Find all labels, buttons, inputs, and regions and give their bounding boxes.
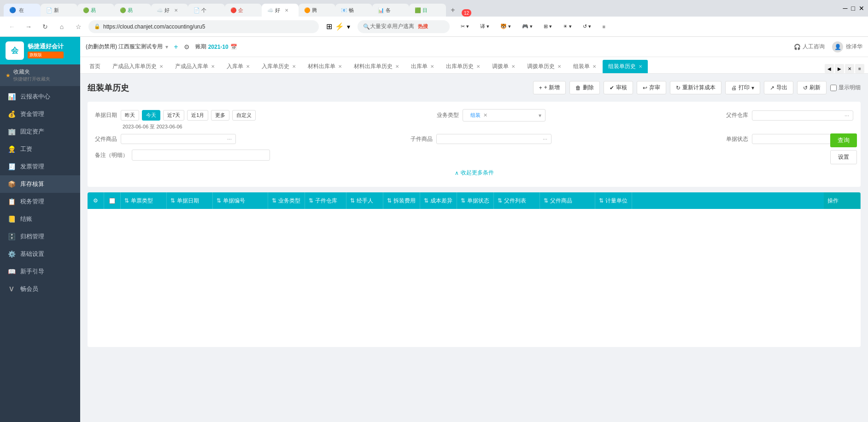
tab-close-5[interactable]: ✕ — [174, 8, 178, 13]
table-col-no[interactable]: ⇅ 单据编号 — [213, 192, 268, 209]
biz-type-dropdown[interactable]: ▾ — [539, 112, 541, 119]
tab-material-out[interactable]: 材料出库单 ✕ — [302, 60, 347, 73]
tab-transfer-history[interactable]: 调拨单历史 ✕ — [522, 60, 567, 73]
topbar-settings-icon[interactable]: ⚙ — [184, 43, 190, 51]
browser-tab-9[interactable]: 🟠 腾 — [299, 4, 335, 17]
forward-button[interactable]: → — [22, 20, 35, 33]
browser-tab-12[interactable]: 🟩 目 — [409, 4, 446, 17]
tab-close-icon[interactable]: ✕ — [338, 64, 342, 69]
browser-tab-7[interactable]: 🔴 企 — [225, 4, 262, 17]
period-info[interactable]: 账期 2021-10 📅 — [195, 43, 237, 51]
sidebar-item-guide[interactable]: 📖 新手引导 — [0, 263, 80, 280]
tab-in[interactable]: 入库单 ✕ — [221, 60, 255, 73]
tab-transfer[interactable]: 调拨单 ✕ — [487, 60, 521, 73]
browser-tab-5[interactable]: ☁️ 好 ✕ — [151, 4, 188, 17]
minimize-button[interactable]: ─ — [843, 5, 848, 12]
sidebar-item-tax[interactable]: 📋 税务管理 — [0, 193, 80, 210]
table-col-date[interactable]: ⇅ 单据日期 — [167, 192, 213, 209]
browser-tab-4[interactable]: 🟢 易 — [114, 4, 151, 17]
tab-close-icon[interactable]: ✕ — [292, 64, 296, 69]
table-col-parent-goods[interactable]: ⇅ 父件商品 — [540, 192, 595, 209]
sidebar-item-archive[interactable]: 🗄️ 归档管理 — [0, 228, 80, 245]
sub-goods-selector[interactable]: ··· — [436, 134, 551, 144]
tab-close-icon[interactable]: ✕ — [395, 64, 399, 69]
delete-button[interactable]: 🗑 删除 — [569, 81, 600, 94]
table-settings-col[interactable]: ⚙ — [88, 192, 104, 209]
print-dropdown[interactable]: ▾ — [751, 85, 754, 91]
sidebar-item-funds[interactable]: 💰 资金管理 — [0, 105, 80, 123]
tab-close-icon[interactable]: ✕ — [639, 64, 642, 69]
cut-action[interactable]: ✂ ▾ — [457, 22, 473, 31]
tab-product-in[interactable]: 产成品入库单 ✕ — [170, 60, 220, 73]
user-info[interactable]: 👤 徐泽华 — [832, 41, 862, 52]
filter-remark-input[interactable] — [132, 150, 270, 161]
tab-assemble[interactable]: 组装单 ✕ — [568, 60, 602, 73]
tab-close-icon[interactable]: ✕ — [511, 64, 515, 69]
consult-btn[interactable]: 🎧 人工咨询 — [794, 43, 825, 51]
recalculate-button[interactable]: ↻ 重新计算成本 — [670, 81, 721, 94]
dropdown-icon[interactable]: ▾ — [347, 23, 350, 30]
tab-product-in-history[interactable]: 产成品入库单历史 ✕ — [107, 60, 169, 73]
company-selector[interactable]: (勿删勿禁用) 江西服宝测试专用 ▾ — [86, 43, 168, 51]
table-col-parent-list[interactable]: ⇅ 父件列表 — [494, 192, 540, 209]
table-col-status[interactable]: ⇅ 单据状态 — [457, 192, 494, 209]
browser-tab-10[interactable]: 📧 畅 — [335, 4, 372, 17]
date-btn-7days[interactable]: 近7天 — [163, 110, 184, 121]
abandon-button[interactable]: ↩ 弃审 — [637, 81, 666, 94]
menu-action[interactable]: ≡ — [598, 23, 609, 31]
date-btn-yesterday[interactable]: 昨天 — [121, 110, 139, 121]
browser-tab-8[interactable]: ☁️ 好 ✕ — [262, 4, 299, 17]
history-action[interactable]: ↺ ▾ — [579, 22, 595, 31]
tab-close-icon[interactable]: ✕ — [430, 64, 434, 69]
sub-goods-dots[interactable]: ··· — [543, 136, 547, 142]
sidebar-item-reports[interactable]: 📊 云报表中心 — [0, 88, 80, 105]
lightning-icon[interactable]: ⚡ — [335, 22, 344, 31]
refresh-button[interactable]: ↺ 刷新 — [797, 81, 827, 94]
sidebar-favorites[interactable]: ★ 收藏夹 快捷键打开收藏夹 — [0, 64, 80, 86]
topbar-add-icon[interactable]: + — [174, 43, 178, 51]
date-btn-today[interactable]: 今天 — [142, 110, 160, 121]
tab-close-icon[interactable]: ✕ — [592, 64, 596, 69]
browser-tab-2[interactable]: 📄 新 — [41, 4, 77, 17]
tab-home[interactable]: 首页 — [84, 60, 106, 73]
collapse-bar[interactable]: ∧ 收起更多条件 — [95, 166, 853, 179]
reload-button[interactable]: ↻ — [39, 20, 52, 33]
table-col-unit[interactable]: ⇅ 计量单位 — [595, 192, 632, 209]
browser-tab-11[interactable]: 📊 各 — [372, 4, 409, 17]
filter-settings-button[interactable]: 设置 — [830, 150, 857, 164]
brightness-action[interactable]: ☀ ▾ — [559, 22, 575, 31]
tab-close-current[interactable]: ✕ — [845, 64, 854, 73]
display-checkbox[interactable] — [830, 85, 837, 91]
grid-icon[interactable]: ⊞ — [326, 22, 332, 31]
audit-button[interactable]: ✔ 审核 — [604, 81, 633, 94]
back-button[interactable]: ← — [6, 20, 18, 33]
sidebar-item-assets[interactable]: 🏢 固定资产 — [0, 123, 80, 140]
tab-left-arrow[interactable]: ◀ — [825, 64, 834, 73]
browser-tab-1[interactable]: 🔵 在 — [4, 4, 41, 17]
tab-out-history[interactable]: 出库单历史 ✕ — [440, 60, 486, 73]
emoji-action[interactable]: 🐯 ▾ — [497, 22, 515, 31]
date-btn-more[interactable]: 更多 — [211, 110, 229, 121]
parent-warehouse-selector[interactable]: ··· — [752, 110, 853, 121]
sidebar-item-salary[interactable]: 👷 工资 — [0, 140, 80, 158]
table-col-cost-diff[interactable]: ⇅ 成本差异 — [420, 192, 457, 209]
browser-tab-6[interactable]: 📄 个 — [188, 4, 225, 17]
star-button[interactable]: ☆ — [72, 20, 85, 33]
parent-goods-input[interactable] — [125, 136, 225, 142]
tab-assemble-history[interactable]: 组装单历史 ✕ — [603, 60, 648, 73]
sidebar-item-settings[interactable]: ⚙️ 基础设置 — [0, 245, 80, 263]
browser-search[interactable]: 🔍 大量安卓用户逃离 热搜 — [358, 20, 450, 33]
home-button[interactable]: ⌂ — [55, 20, 68, 33]
sidebar-item-inventory[interactable]: 📦 库存核算 — [0, 175, 80, 193]
table-col-disassemble[interactable]: ⇅ 拆装费用 — [383, 192, 420, 209]
tab-close-icon[interactable]: ✕ — [557, 64, 561, 69]
parent-goods-dots[interactable]: ··· — [227, 136, 232, 142]
tab-in-history[interactable]: 入库单历史 ✕ — [256, 60, 301, 73]
tab-close-icon[interactable]: ✕ — [246, 64, 250, 69]
table-col-handler[interactable]: ⇅ 经手人 — [346, 192, 383, 209]
parent-goods-selector[interactable]: ··· — [121, 134, 236, 144]
sidebar-item-invoice[interactable]: 🧾 发票管理 — [0, 158, 80, 175]
new-tab-button[interactable]: + — [446, 4, 460, 17]
table-col-type[interactable]: ⇅ 单票类型 — [121, 192, 167, 209]
translate-action[interactable]: 译 ▾ — [476, 22, 493, 31]
